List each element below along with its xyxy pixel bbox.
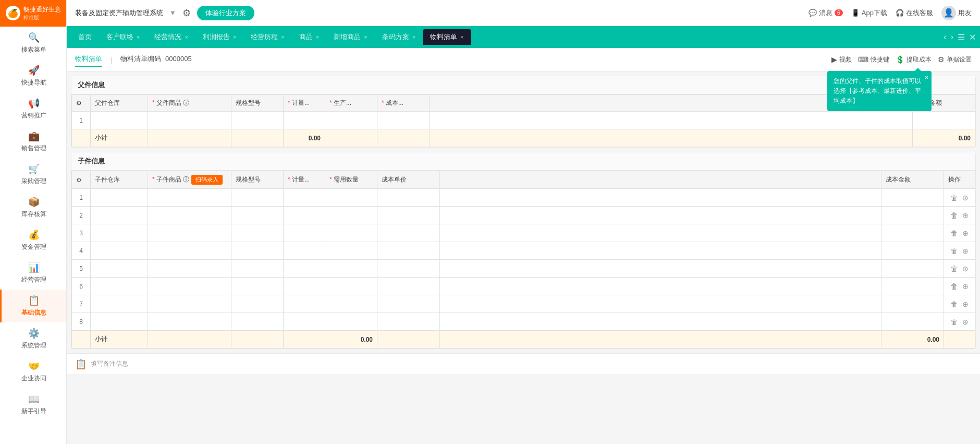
footer-placeholder[interactable]: 填写备注信息 — [91, 359, 128, 368]
sub-tab-bom-list[interactable]: 物料清单 — [75, 52, 102, 67]
sidebar-item-finance[interactable]: 💰 资金管理 — [0, 224, 66, 257]
child-row-6-warehouse[interactable] — [91, 278, 148, 295]
delete-icon-1[interactable]: 🗑 — [950, 194, 958, 202]
child-row-7-unit[interactable] — [284, 295, 325, 313]
child-row-4-spec[interactable] — [231, 242, 284, 260]
child-row-7-spec[interactable] — [231, 295, 284, 313]
parent-row-1-product[interactable] — [148, 112, 231, 129]
sidebar-item-sales[interactable]: 💼 销售管理 — [0, 125, 66, 158]
parent-row-1-produce[interactable] — [325, 112, 377, 129]
nav-prev-btn[interactable]: ‹ — [944, 32, 946, 42]
app-download-action[interactable]: 📱 App下载 — [851, 8, 887, 18]
single-settings-action[interactable]: ⚙ 单据设置 — [938, 55, 972, 64]
user-action[interactable]: 👤 用友 — [941, 6, 972, 20]
parent-row-1-warehouse[interactable] — [91, 112, 148, 129]
copy-icon-4[interactable]: ⊕ — [962, 247, 969, 255]
tab-bom[interactable]: 物料清单 × — [423, 29, 471, 45]
delete-icon-8[interactable]: 🗑 — [950, 318, 958, 326]
child-row-8-unit[interactable] — [284, 313, 325, 331]
tooltip-close-btn[interactable]: × — [925, 73, 928, 83]
tab-product[interactable]: 商品 × — [292, 29, 326, 45]
close-bom-tab[interactable]: × — [460, 34, 463, 40]
child-row-2-unit[interactable] — [284, 207, 325, 224]
tab-operation-history[interactable]: 经营历程 × — [243, 29, 291, 45]
extract-cost-action[interactable]: 💲 提取成本 × 您的父件、子件的成本取值可以选择【参考成本、最新进价、平均成本… — [896, 55, 932, 64]
sidebar-item-search[interactable]: 🔍 搜索菜单 — [0, 27, 66, 59]
copy-icon-5[interactable]: ⊕ — [962, 265, 969, 273]
child-row-1-price[interactable] — [377, 189, 440, 207]
child-row-8-product[interactable] — [148, 313, 231, 331]
delete-icon-6[interactable]: 🗑 — [950, 282, 958, 291]
child-row-5-product[interactable] — [148, 260, 231, 278]
sidebar-item-cooperation[interactable]: 🤝 企业协同 — [0, 355, 66, 388]
sidebar-item-operation[interactable]: 📊 经营管理 — [0, 257, 66, 290]
tab-customer[interactable]: 客户联络 × — [99, 29, 147, 45]
video-action[interactable]: ▶ 视频 — [831, 55, 852, 64]
close-operation-status-tab[interactable]: × — [185, 34, 188, 40]
child-row-8-qty[interactable] — [325, 313, 377, 331]
child-row-7-product[interactable] — [148, 295, 231, 313]
child-row-6-price[interactable] — [377, 278, 440, 295]
delete-icon-2[interactable]: 🗑 — [950, 211, 958, 220]
parent-row-1-cost[interactable] — [377, 112, 430, 129]
tab-profit-report[interactable]: 利润报告 × — [195, 29, 243, 45]
copy-icon-3[interactable]: ⊕ — [962, 229, 969, 237]
child-row-1-spec[interactable] — [231, 189, 284, 207]
child-row-1-unit[interactable] — [284, 189, 325, 207]
parent-row-1-unit[interactable] — [284, 112, 325, 129]
child-row-3-warehouse[interactable] — [91, 224, 148, 242]
child-row-7-warehouse[interactable] — [91, 295, 148, 313]
close-add-product-tab[interactable]: × — [364, 34, 367, 40]
copy-icon-2[interactable]: ⊕ — [962, 211, 969, 220]
child-row-3-spec[interactable] — [231, 224, 284, 242]
child-row-4-qty[interactable] — [325, 242, 377, 260]
close-operation-history-tab[interactable]: × — [281, 34, 284, 40]
child-row-5-warehouse[interactable] — [91, 260, 148, 278]
child-row-6-unit[interactable] — [284, 278, 325, 295]
copy-icon-8[interactable]: ⊕ — [962, 318, 969, 326]
message-action[interactable]: 💬 消息 6 — [808, 8, 843, 18]
tab-operation-status[interactable]: 经营情况 × — [147, 29, 195, 45]
dropdown-arrow[interactable]: ▼ — [169, 9, 176, 17]
child-row-3-price[interactable] — [377, 224, 440, 242]
child-row-6-qty[interactable] — [325, 278, 377, 295]
sidebar-item-guide[interactable]: 📖 新手引导 — [0, 388, 66, 421]
close-profit-report-tab[interactable]: × — [233, 34, 236, 40]
shortcut-action[interactable]: ⌨ 快捷键 — [858, 55, 889, 64]
child-row-4-warehouse[interactable] — [91, 242, 148, 260]
child-row-6-product[interactable] — [148, 278, 231, 295]
trial-button[interactable]: 体验行业方案 — [197, 6, 254, 20]
copy-icon-1[interactable]: ⊕ — [962, 194, 969, 202]
child-row-2-warehouse[interactable] — [91, 207, 148, 224]
delete-icon-7[interactable]: 🗑 — [950, 300, 958, 308]
copy-icon-6[interactable]: ⊕ — [962, 282, 969, 291]
tab-barcode[interactable]: 条码方案 × — [375, 29, 423, 45]
child-row-3-unit[interactable] — [284, 224, 325, 242]
child-row-5-unit[interactable] — [284, 260, 325, 278]
child-row-4-product[interactable] — [148, 242, 231, 260]
sidebar-item-system[interactable]: ⚙️ 系统管理 — [0, 322, 66, 355]
child-row-5-qty[interactable] — [325, 260, 377, 278]
child-row-8-spec[interactable] — [231, 313, 284, 331]
sidebar-item-quick-nav[interactable]: 🚀 快捷导航 — [0, 59, 66, 92]
tab-add-product[interactable]: 新增商品 × — [326, 29, 374, 45]
delete-icon-4[interactable]: 🗑 — [950, 247, 958, 255]
close-product-tab[interactable]: × — [316, 34, 319, 40]
sidebar-item-inventory[interactable]: 📦 库存核算 — [0, 191, 66, 224]
child-row-2-spec[interactable] — [231, 207, 284, 224]
scan-btn[interactable]: 扫码录入 — [191, 175, 223, 185]
child-row-5-spec[interactable] — [231, 260, 284, 278]
child-row-6-spec[interactable] — [231, 278, 284, 295]
child-row-2-product[interactable] — [148, 207, 231, 224]
child-row-4-price[interactable] — [377, 242, 440, 260]
sub-tab-bom-code[interactable]: 物料清单编码 0000005 — [120, 52, 191, 67]
close-barcode-tab[interactable]: × — [412, 34, 415, 40]
nav-next-btn[interactable]: › — [951, 32, 953, 42]
parent-row-1-spec[interactable] — [231, 112, 284, 129]
delete-icon-5[interactable]: 🗑 — [950, 265, 958, 273]
tab-home[interactable]: 首页 — [71, 29, 99, 45]
sidebar-item-basic-info[interactable]: 📋 基础信息 — [0, 290, 66, 322]
child-row-4-unit[interactable] — [284, 242, 325, 260]
child-row-1-qty[interactable] — [325, 189, 377, 207]
sidebar-item-marketing[interactable]: 📢 营销推广 — [0, 92, 66, 125]
